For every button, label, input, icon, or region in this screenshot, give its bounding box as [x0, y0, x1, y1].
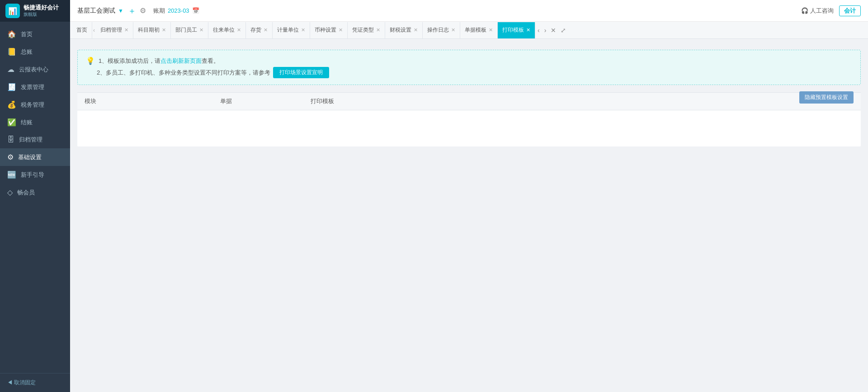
tab-supplier-label: 往来单位 [213, 26, 235, 34]
tab-operation-log[interactable]: 操作日志 ✕ [423, 22, 460, 38]
content-wrapper: 隐藏预置模板设置 💡 1、模板添加成功后，请 点击刷新新页面 查看。 2、多员工… [77, 46, 861, 146]
sidebar-nav: 🏠 首页 📒 总账 ☁ 云报表中心 🧾 发票管理 💰 税务管理 ✅ 结账 🗄 归… [0, 22, 70, 373]
sidebar-item-label: 基础设置 [18, 153, 42, 161]
tab-single-form-close[interactable]: ✕ [489, 27, 493, 33]
tab-subject-init-close[interactable]: ✕ [162, 27, 166, 33]
tab-unit[interactable]: 计量单位 ✕ [273, 22, 310, 38]
tab-subject-init-label: 科目期初 [138, 26, 160, 34]
info-line1-prefix: 1、模板添加成功后，请 [99, 57, 160, 65]
bulb-icon: 💡 [86, 57, 95, 65]
table-header: 模块 单据 打印模板 [77, 92, 861, 110]
tab-currency-label: 币种设置 [315, 26, 336, 34]
tab-supplier-close[interactable]: ✕ [237, 27, 241, 33]
table-container: 模块 单据 打印模板 [77, 92, 861, 146]
main-area: 基层工会测试 ▼ ＋ ⚙ 账期 2023-03 📅 🎧 人工咨询 会计 首页 ‹… [70, 0, 868, 392]
tab-department-close[interactable]: ✕ [199, 27, 203, 33]
tab-separator: ‹ [92, 27, 96, 33]
tab-unit-close[interactable]: ✕ [301, 27, 305, 33]
logo-icon: 📊 [5, 4, 20, 18]
cancel-fixed-label: ◀ 取消固定 [7, 379, 36, 387]
tab-tax-settings[interactable]: 财税设置 ✕ [385, 22, 423, 38]
tab-archive-mgmt[interactable]: 归档管理 ✕ [96, 22, 133, 38]
sidebar-item-label: 结账 [21, 118, 33, 127]
tab-home[interactable]: 首页 [72, 22, 92, 38]
info-line1-suffix: 查看。 [202, 57, 219, 65]
tab-tax-settings-close[interactable]: ✕ [414, 27, 418, 33]
sidebar-item-archive[interactable]: 🗄 归档管理 [0, 131, 70, 148]
tabbar: 首页 ‹ 归档管理 ✕ 科目期初 ✕ 部门员工 ✕ 往来单位 ✕ 存货 ✕ 计量… [70, 22, 868, 39]
col-module-header: 模块 [77, 93, 213, 110]
tab-supplier[interactable]: 往来单位 ✕ [208, 22, 246, 38]
sidebar-item-report[interactable]: ☁ 云报表中心 [0, 61, 70, 78]
tab-currency-close[interactable]: ✕ [339, 27, 343, 33]
sidebar-item-home[interactable]: 🏠 首页 [0, 25, 70, 43]
calendar-icon[interactable]: 📅 [192, 7, 199, 14]
service-label: 人工咨询 [810, 7, 834, 15]
add-company-button[interactable]: ＋ [128, 5, 136, 16]
sidebar-item-label: 发票管理 [21, 83, 44, 91]
sidebar-item-label: 新手引导 [21, 171, 44, 179]
tab-unit-label: 计量单位 [277, 26, 299, 34]
info-row-1: 💡 1、模板添加成功后，请 点击刷新新页面 查看。 [86, 57, 852, 65]
info-box: 💡 1、模板添加成功后，请 点击刷新新页面 查看。 2、多员工、多打印机、多种业… [77, 50, 861, 85]
company-dropdown-icon[interactable]: ▼ [118, 8, 123, 14]
refresh-link[interactable]: 点击刷新新页面 [160, 57, 202, 65]
print-scene-button[interactable]: 打印场景设置宣明 [273, 67, 329, 78]
invoice-icon: 🧾 [7, 83, 16, 91]
tab-prev-button[interactable]: ‹ [535, 27, 542, 34]
info-line2-prefix: 2、多员工、多打印机、多种业务类型设置不同打印方案等，请参考 [97, 69, 270, 77]
report-icon: ☁ [7, 65, 14, 74]
sidebar-item-guide[interactable]: 🆕 新手引导 [0, 166, 70, 184]
home-icon: 🏠 [7, 30, 16, 38]
sidebar-item-label: 畅会员 [17, 189, 35, 197]
tab-operation-log-close[interactable]: ✕ [451, 27, 455, 33]
tab-print-template-close[interactable]: ✕ [526, 27, 530, 33]
logo-sub: 旗舰版 [24, 11, 59, 18]
tab-next-button[interactable]: › [542, 27, 549, 34]
tab-department[interactable]: 部门员工 ✕ [171, 22, 208, 38]
tab-currency[interactable]: 币种设置 ✕ [310, 22, 348, 38]
period-label: 账期 [153, 7, 165, 15]
sidebar-logo: 📊 畅捷通好会计 旗舰版 [0, 0, 70, 22]
headset-icon: 🎧 [801, 7, 808, 14]
tab-inventory-close[interactable]: ✕ [264, 27, 268, 33]
sidebar-item-label: 首页 [21, 30, 33, 38]
archive-icon: 🗄 [7, 136, 14, 144]
tab-single-form[interactable]: 单据模板 ✕ [460, 22, 498, 38]
sidebar-item-invoice[interactable]: 🧾 发票管理 [0, 78, 70, 96]
gear-icon[interactable]: ⚙ [140, 6, 146, 15]
tab-close-all-button[interactable]: ✕ [548, 27, 558, 34]
sidebar-item-label: 归档管理 [19, 136, 42, 144]
period-display: 账期 2023-03 📅 [153, 7, 199, 15]
logo-name: 畅捷通好会计 [24, 4, 59, 12]
cancel-fixed-button[interactable]: ◀ 取消固定 [0, 373, 70, 392]
tab-inventory-label: 存货 [250, 26, 261, 34]
tab-single-form-label: 单据模板 [465, 26, 486, 34]
kuaiji-button[interactable]: 会计 [839, 5, 861, 16]
sidebar-item-label: 总账 [21, 48, 33, 56]
sidebar-item-member[interactable]: ◇ 畅会员 [0, 184, 70, 201]
sidebar-item-checkout[interactable]: ✅ 结账 [0, 113, 70, 131]
content-area: 隐藏预置模板设置 💡 1、模板添加成功后，请 点击刷新新页面 查看。 2、多员工… [70, 39, 868, 392]
col-print-header: 打印模板 [303, 93, 861, 110]
tab-home-label: 首页 [76, 26, 87, 34]
sidebar: 📊 畅捷通好会计 旗舰版 🏠 首页 📒 总账 ☁ 云报表中心 🧾 发票管理 💰 … [0, 0, 70, 392]
tab-archive-mgmt-close[interactable]: ✕ [124, 27, 128, 33]
tab-expand-button[interactable]: ⤢ [558, 27, 568, 34]
tab-voucher-type-label: 凭证类型 [352, 26, 374, 34]
sidebar-item-tax[interactable]: 💰 税务管理 [0, 96, 70, 113]
tab-archive-mgmt-label: 归档管理 [100, 26, 122, 34]
tab-subject-init[interactable]: 科目期初 ✕ [133, 22, 171, 38]
tab-voucher-type[interactable]: 凭证类型 ✕ [348, 22, 385, 38]
tab-print-template[interactable]: 打印模板 ✕ [498, 22, 535, 38]
tab-voucher-type-close[interactable]: ✕ [376, 27, 380, 33]
guide-icon: 🆕 [7, 170, 16, 179]
tax-icon: 💰 [7, 100, 16, 109]
sidebar-item-settings[interactable]: ⚙ 基础设置 [0, 148, 70, 166]
tab-inventory[interactable]: 存货 ✕ [246, 22, 273, 38]
sidebar-item-ledger[interactable]: 📒 总账 [0, 43, 70, 61]
hide-preview-button[interactable]: 隐藏预置模板设置 [799, 91, 854, 104]
tab-department-label: 部门员工 [175, 26, 197, 34]
service-button[interactable]: 🎧 人工咨询 [801, 7, 834, 15]
sidebar-item-label: 税务管理 [21, 101, 44, 109]
